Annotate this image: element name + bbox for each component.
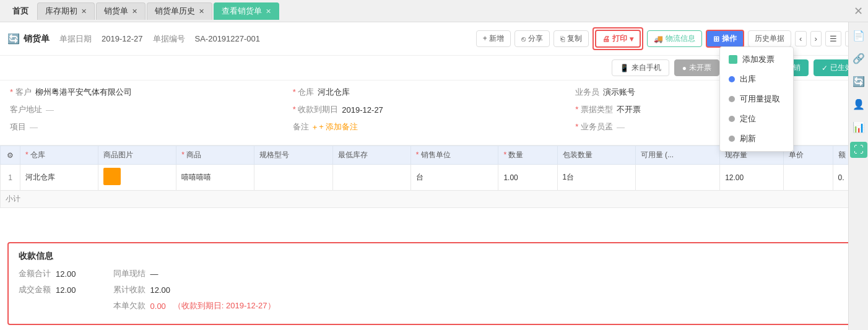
th-min-stock: 最低库存 [332, 146, 410, 165]
customer-value: 柳州粤港平安气体有限公司 [35, 87, 132, 98]
product-image [103, 168, 121, 185]
project-field: 项目 — [10, 121, 293, 132]
total-received-value: 12.00 [150, 285, 171, 295]
project-label: 项目 [10, 121, 26, 132]
table-row: 1 河北仓库 嘻嘻嘻嘻 台 1.00 1台 12.00 [1, 165, 868, 191]
prev-button[interactable]: ‹ [795, 31, 806, 46]
row-unit-price [784, 165, 833, 191]
right-sidebar: 📄 🔗 🔄 👤 📊 ⛶ [848, 22, 868, 330]
tab-inventory-close[interactable]: ✕ [81, 7, 87, 15]
order-due-field: 本单欠款 0.00 （收款到期日: 2019-12-27） [113, 300, 276, 311]
payment-fields: 金额合计 12.00 成交金额 12.00 同单现结 — 累计收款 [19, 268, 849, 316]
sidebar-link-icon[interactable]: 🔗 [850, 50, 867, 67]
order-due-extra: （收款到期日: 2019-12-27） [173, 300, 276, 311]
sidebar-chart-icon[interactable]: 📊 [850, 119, 867, 136]
print-button[interactable]: 🖨 打印 ▾ [595, 30, 641, 48]
row-pack-qty: 1台 [557, 165, 635, 191]
ticket-value: 不开票 [617, 104, 641, 115]
doc-title-text: 销货单 [24, 33, 50, 45]
tab-inventory[interactable]: 库存期初 ✕ [37, 2, 95, 20]
staff-field: 业务员 演示账号 [575, 87, 858, 98]
tab-sales-history-label: 销货单历史 [155, 6, 195, 17]
operate-button[interactable]: ⊞ 操作 [706, 30, 744, 48]
new-button[interactable]: + 新增 [476, 30, 511, 47]
row-sales-unit: 台 [410, 165, 498, 191]
sidebar-doc-icon[interactable]: 📄 [850, 27, 867, 44]
warehouse-value: 河北仓库 [318, 87, 350, 98]
sales-staff-value: — [617, 123, 625, 132]
sales-staff-label: 业务员孟 [575, 121, 613, 132]
subtotal-label: 小计 [1, 191, 868, 208]
row-num: 1 [1, 165, 20, 191]
doc-icon: 🔄 [7, 33, 20, 45]
tab-sales-label: 销货单 [104, 6, 128, 17]
add-invoice-icon [729, 55, 737, 64]
copy-button[interactable]: ⎗ 复制 [553, 30, 589, 47]
sidebar-user-icon[interactable]: 👤 [850, 96, 867, 113]
available-pick-item[interactable]: 可用量提取 [720, 89, 793, 109]
tab-home-label: 首页 [12, 6, 28, 17]
row-qty: 1.00 [498, 165, 557, 191]
due-date-label: 收款到期日 [293, 104, 339, 115]
tab-inventory-label: 库存期初 [45, 6, 77, 17]
tab-sales-history[interactable]: 销货单历史 ✕ [147, 2, 212, 20]
share-button[interactable]: ⎋ 分享 [514, 30, 550, 47]
refresh-label: 刷新 [740, 133, 756, 144]
operate-icon: ⊞ [713, 35, 719, 43]
order-due-label: 本单欠款 [113, 300, 145, 311]
tab-sales-history-close[interactable]: ✕ [199, 7, 204, 15]
tab-view-sales[interactable]: 查看销货单 ✕ [214, 2, 279, 20]
refresh-item[interactable]: 刷新 [720, 129, 793, 149]
same-order-value: — [150, 269, 158, 279]
outbound-item[interactable]: 出库 [720, 69, 793, 89]
warehouse-label: 仓库 [293, 87, 315, 98]
th-settings[interactable]: ⚙ [1, 146, 20, 165]
th-product-img: 商品图片 [98, 146, 176, 165]
not-open-button[interactable]: ● 未开票 [674, 59, 719, 76]
total-received-label: 累计收款 [113, 284, 145, 295]
print-button-highlight: 🖨 打印 ▾ [592, 27, 643, 50]
add-invoice-item[interactable]: 添加发票 [720, 50, 793, 69]
tab-sales[interactable]: 销货单 ✕ [96, 2, 145, 20]
row-spec [254, 165, 332, 191]
sidebar-expand-icon[interactable]: ⛶ [850, 142, 867, 158]
th-sales-unit: * 销售单位 [410, 146, 498, 165]
print-icon: 🖨 [602, 35, 610, 43]
payment-info-title: 收款信息 [19, 251, 849, 262]
staff-value: 演示账号 [603, 87, 635, 98]
sidebar-refresh-icon[interactable]: 🔄 [850, 73, 867, 90]
row-warehouse: 河北仓库 [20, 165, 98, 191]
history-button[interactable]: 历史单据 [748, 30, 791, 47]
add-note-button[interactable]: + + 添加备注 [313, 121, 358, 132]
number-label: 单据编号 [153, 33, 185, 45]
th-available: 可用量 (... [635, 146, 720, 165]
outbound-icon [729, 76, 735, 82]
print-dropdown-arrow: ▾ [630, 35, 633, 43]
window-close-button[interactable]: ✕ [854, 4, 863, 18]
next-button[interactable]: › [810, 31, 822, 46]
th-warehouse: * 仓库 [20, 146, 98, 165]
payment-right-col: 同单现结 — 累计收款 12.00 本单欠款 0.00 （收款到期日: 2019… [113, 268, 276, 316]
doc-actions: + 新增 ⎋ 分享 ⎗ 复制 🖨 打印 ▾ [476, 27, 861, 50]
payment-info-panel: 收款信息 金额合计 12.00 成交金额 12.00 同单现结 — [7, 242, 861, 325]
same-order-field: 同单现结 — [113, 268, 276, 279]
locate-item[interactable]: 定位 [720, 109, 793, 129]
tab-home[interactable]: 首页 [5, 2, 36, 20]
due-date-field: 收款到期日 2019-12-27 [293, 104, 576, 115]
from-phone-button[interactable]: 📱 来自手机 [612, 59, 669, 76]
logistics-button[interactable]: 🚚 物流信息 [647, 30, 702, 47]
subtotal-row: 小计 [1, 191, 868, 208]
doc-meta: 单据日期 2019-12-27 单据编号 SA-20191227-001 [59, 33, 260, 45]
address-label: 客户地址 [10, 104, 42, 115]
ticket-field: 票据类型 不开票 [575, 104, 858, 115]
share-icon: ⎋ [521, 35, 526, 43]
th-spec: 规格型号 [254, 146, 332, 165]
address-value: — [46, 105, 54, 115]
tab-view-sales-close[interactable]: ✕ [266, 7, 271, 15]
warehouse-field: 仓库 河北仓库 [293, 87, 576, 98]
tab-sales-close[interactable]: ✕ [132, 7, 137, 15]
amount-total-field: 金额合计 12.00 [19, 268, 76, 279]
list-view-button[interactable]: ☰ [825, 31, 841, 46]
product-table: ⚙ * 仓库 商品图片 * 商品 规格型号 最低库存 * 销售单位 * 数量 包… [0, 145, 868, 208]
sales-staff-field: 业务员孟 — [575, 121, 858, 132]
